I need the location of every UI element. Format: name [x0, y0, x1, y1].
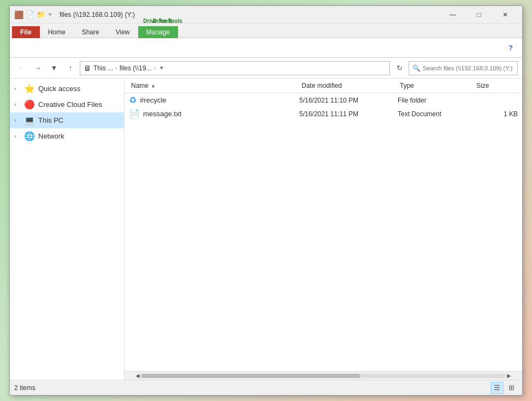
address-part-2: files (\\19...: [120, 64, 152, 72]
scroll-thumb[interactable]: [141, 374, 360, 378]
address-drive-icon: 🖥: [84, 64, 91, 73]
title-icon-1: 🟫: [14, 10, 23, 19]
this-pc-icon: 💻: [24, 115, 35, 125]
file-type-message: Text Document: [398, 110, 474, 118]
title-icon-2: 📄: [26, 10, 34, 19]
scroll-right-button[interactable]: ▶: [506, 373, 512, 379]
file-header-row: Name ▲ Date modified Type Size: [125, 79, 522, 93]
title-icon-3: 📁: [37, 10, 45, 19]
tab-drive-tools[interactable]: Manage: [138, 26, 178, 38]
title-bar-left: 🟫 📄 📁 ▾ files (\\192.168.0.109) (Y:): [14, 10, 135, 19]
nav-bar: ← → ▼ ↑ 🖥 This ... › files (\\19... › ▾ …: [10, 58, 522, 79]
scroll-track[interactable]: [141, 374, 506, 378]
sidebar-item-quick-access[interactable]: › ⭐ Quick access: [10, 81, 124, 97]
sidebar-label-creative-cloud: Creative Cloud Files: [38, 100, 102, 109]
col-header-type[interactable]: Type: [398, 81, 474, 91]
details-view-button[interactable]: ☰: [490, 382, 504, 394]
ribbon-help-button[interactable]: ?: [504, 42, 518, 54]
refresh-button[interactable]: ↻: [392, 61, 406, 75]
forward-button[interactable]: →: [31, 61, 45, 75]
up-button[interactable]: ↑: [63, 61, 78, 75]
sidebar-label-network: Network: [38, 132, 64, 140]
explorer-window: 🟫 📄 📁 ▾ files (\\192.168.0.109) (Y:) — □…: [9, 5, 523, 396]
item-count: 2 items: [14, 384, 36, 392]
table-row[interactable]: 📄 message.txt 5/16/2021 11:11 PM Text Do…: [125, 107, 522, 121]
scroll-left-button[interactable]: ◀: [134, 373, 141, 379]
status-bar: 2 items ☰ ⊞: [10, 380, 522, 395]
window-title: files (\\192.168.0.109) (Y:): [60, 11, 135, 19]
title-bar: 🟫 📄 📁 ▾ files (\\192.168.0.109) (Y:) — □…: [10, 6, 522, 23]
sidebar-label-quick-access: Quick access: [38, 85, 80, 93]
title-bar-icons: 🟫 📄 📁 ▾: [14, 10, 52, 19]
expand-arrow-quick-access: ›: [14, 86, 21, 92]
quick-access-icon: ⭐: [24, 83, 35, 94]
minimize-button[interactable]: —: [440, 7, 465, 22]
horizontal-scrollbar[interactable]: ◀ ▶: [125, 371, 522, 380]
sidebar: › ⭐ Quick access › 🔴 Creative Cloud File…: [10, 79, 125, 380]
tab-home[interactable]: Home: [40, 26, 74, 38]
sidebar-label-this-pc: This PC: [38, 116, 63, 124]
ribbon: Drive Tools File Home Share View Drive T…: [10, 23, 522, 58]
creative-cloud-icon: 🔴: [24, 99, 35, 110]
drive-tools-context: Drive Tools: [143, 18, 173, 24]
expand-arrow-network: ›: [14, 133, 21, 139]
tab-file[interactable]: File: [12, 26, 40, 38]
file-size-message: 1 KB: [474, 110, 518, 118]
address-sep-2: ›: [153, 65, 156, 71]
ribbon-content: ?: [10, 38, 522, 57]
address-sep-1: ›: [115, 65, 117, 71]
maximize-button[interactable]: □: [466, 7, 492, 22]
view-controls: ☰ ⊞: [490, 382, 518, 394]
address-bar[interactable]: 🖥 This ... › files (\\19... › ▾: [80, 61, 390, 75]
expand-arrow-creative-cloud: ›: [14, 101, 21, 107]
expand-arrow-this-pc: ›: [14, 117, 21, 123]
back-button[interactable]: ←: [14, 61, 28, 75]
sidebar-item-this-pc[interactable]: › 💻 This PC: [10, 112, 124, 128]
recent-locations-button[interactable]: ▼: [47, 61, 61, 75]
address-dropdown[interactable]: ▾: [160, 64, 163, 71]
file-type-recycle: File folder: [398, 97, 474, 104]
file-date-message: 5/16/2021 11:11 PM: [299, 110, 398, 118]
tab-view[interactable]: View: [108, 26, 138, 38]
search-input[interactable]: [423, 65, 514, 71]
sidebar-item-creative-cloud[interactable]: › 🔴 Creative Cloud Files: [10, 97, 124, 112]
sidebar-item-network[interactable]: › 🌐 Network: [10, 128, 124, 144]
tab-share[interactable]: Share: [74, 26, 108, 38]
col-header-size[interactable]: Size: [474, 81, 518, 91]
file-table: Name ▲ Date modified Type Size: [125, 79, 522, 371]
network-icon: 🌐: [24, 131, 35, 141]
sort-arrow-name: ▲: [151, 83, 156, 88]
title-bar-controls: — □ ✕: [440, 7, 518, 22]
main-content: › ⭐ Quick access › 🔴 Creative Cloud File…: [10, 79, 522, 380]
file-name-recycle: ♻ #recycle: [129, 95, 299, 105]
close-button[interactable]: ✕: [493, 7, 518, 22]
file-date-recycle: 5/16/2021 11:10 PM: [299, 97, 398, 104]
col-header-date[interactable]: Date modified: [299, 81, 398, 91]
table-row[interactable]: ♻ #recycle 5/16/2021 11:10 PM File folde…: [125, 93, 522, 107]
recycle-icon: ♻: [129, 95, 137, 105]
col-header-name[interactable]: Name ▲: [129, 81, 299, 91]
file-pane: Name ▲ Date modified Type Size: [125, 79, 522, 380]
txt-file-icon: 📄: [129, 109, 140, 119]
large-icons-view-button[interactable]: ⊞: [505, 382, 518, 394]
address-part-1: This ...: [93, 64, 113, 72]
search-icon: 🔍: [412, 64, 421, 72]
search-bar[interactable]: 🔍: [409, 61, 518, 75]
file-name-message: 📄 message.txt: [129, 109, 299, 119]
title-dropdown-arrow[interactable]: ▾: [49, 11, 52, 18]
